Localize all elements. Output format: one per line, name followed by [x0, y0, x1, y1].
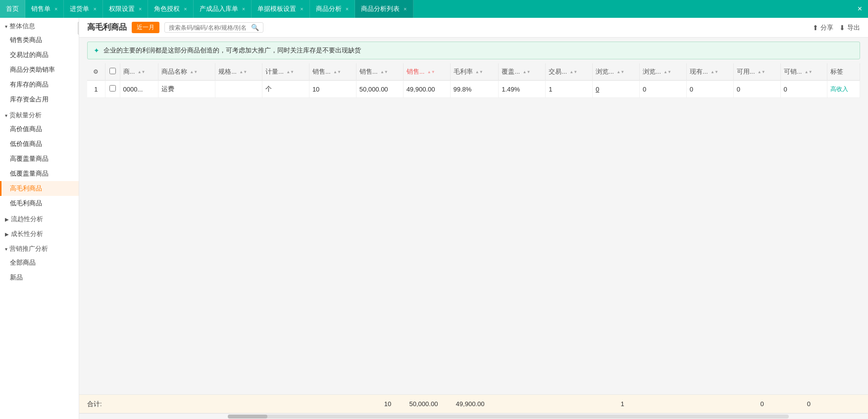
time-filter-button[interactable]: 近一月	[132, 22, 159, 33]
tab-permissions[interactable]: 权限设置 ×	[103, 0, 148, 18]
chevron-down-icon-3: ▾	[5, 246, 7, 252]
sort-sales-qty[interactable]: ▲▼	[333, 70, 341, 74]
col-spec: 规格... ▲▼	[215, 63, 262, 81]
export-icon: ⬇	[839, 24, 845, 32]
col-name: 商品名称 ▲▼	[158, 63, 215, 81]
row-unit: 个	[262, 81, 309, 98]
sidebar-collapse-button[interactable]: «	[78, 22, 79, 35]
tab-product-inbound[interactable]: 产成品入库单 ×	[194, 0, 252, 18]
sort-gross-margin[interactable]: ▲▼	[475, 70, 483, 74]
row-browse1[interactable]: 0	[593, 81, 640, 98]
sidebar-item-in-stock[interactable]: 有库存的商品	[0, 77, 79, 92]
scrollbar-thumb[interactable]	[228, 415, 267, 419]
sort-transaction[interactable]: ▲▼	[569, 70, 577, 74]
sidebar-group-overall-label: 整体信息	[9, 22, 35, 31]
sidebar-item-high-coverage[interactable]: 高覆盖量商品	[0, 151, 79, 166]
footer-transaction: 1	[581, 400, 627, 408]
sidebar-item-low-value[interactable]: 低价值商品	[0, 137, 79, 151]
sort-sales-profit[interactable]: ▲▼	[427, 70, 435, 74]
sidebar-item-sales-goods[interactable]: 销售类商品	[0, 33, 79, 47]
tab-permissions-label: 权限设置	[109, 4, 135, 13]
row-sales-amount: 50,000.00	[356, 81, 403, 98]
tab-product-analysis-label: 商品分析	[316, 4, 342, 13]
sort-browse1[interactable]: ▲▼	[616, 70, 624, 74]
tab-home[interactable]: 首页	[0, 0, 25, 18]
sort-available-stock[interactable]: ▲▼	[758, 70, 766, 74]
scrollbar-track	[228, 415, 789, 419]
tab-purchase[interactable]: 进货单 ×	[64, 0, 102, 18]
row-available-stock: 0	[733, 81, 780, 98]
info-banner-text: 企业的主要的利润都是这部分商品创造的，可考虑加大推广，同时关注库存是不要出现缺货	[103, 46, 361, 55]
sidebar-item-category-assist[interactable]: 商品分类助销率	[0, 62, 79, 77]
col-gross-margin: 毛利率 ▲▼	[450, 63, 499, 81]
sidebar-item-high-value[interactable]: 高价值商品	[0, 122, 79, 137]
tab-sales[interactable]: 销售单 ×	[25, 0, 64, 18]
search-input[interactable]	[169, 24, 248, 31]
sort-unit[interactable]: ▲▼	[286, 70, 294, 74]
select-all-checkbox[interactable]	[109, 68, 116, 74]
sidebar-group-contribution[interactable]: ▾ 贡献量分析	[0, 107, 79, 122]
sort-sales-amount[interactable]: ▲▼	[380, 70, 388, 74]
col-checkbox[interactable]	[105, 63, 120, 81]
col-coverage: 覆盖... ▲▼	[499, 63, 546, 81]
sidebar-group-trend[interactable]: ▶ 流趋性分析	[0, 211, 79, 226]
sort-coverage[interactable]: ▲▼	[522, 70, 530, 74]
sidebar-group-marketing-label: 营销推广分析	[9, 244, 48, 253]
main-table: ⚙ 商... ▲▼ 商品名称 ▲▼ 规格... ▲▼	[87, 63, 860, 98]
sort-name[interactable]: ▲▼	[190, 70, 198, 74]
info-banner: ✦ 企业的主要的利润都是这部分商品创造的，可考虑加大推广，同时关注库存是不要出现…	[87, 42, 860, 59]
footer-summary: 合计: 10 50,000.00 49,900.00 1 0 0	[79, 394, 868, 413]
col-sales-qty: 销售... ▲▼	[309, 63, 356, 81]
close-product-inbound-tab[interactable]: ×	[242, 6, 245, 12]
chevron-right-icon: ▶	[5, 217, 9, 222]
sort-spec[interactable]: ▲▼	[239, 70, 247, 74]
col-sellable: 可销... ▲▼	[780, 63, 827, 81]
row-checkbox[interactable]	[105, 81, 120, 98]
search-icon[interactable]: 🔍	[251, 24, 259, 31]
sidebar-item-high-margin[interactable]: 高毛利商品	[0, 181, 79, 196]
main-container: « ▾ 整体信息 销售类商品 交易过的商品 商品分类助销率 有库存的商品 库存资…	[0, 18, 868, 419]
sidebar-item-stock-capital[interactable]: 库存资金占用	[0, 92, 79, 107]
close-template-tab[interactable]: ×	[300, 6, 303, 12]
tab-template-label: 单据模板设置	[257, 4, 296, 13]
sidebar-item-traded-goods[interactable]: 交易过的商品	[0, 47, 79, 62]
sort-sellable[interactable]: ▲▼	[805, 70, 813, 74]
tab-template[interactable]: 单据模板设置 ×	[252, 0, 309, 18]
close-purchase-tab[interactable]: ×	[93, 6, 96, 12]
footer-sales-qty: 10	[348, 400, 394, 408]
sidebar-item-low-margin[interactable]: 低毛利商品	[0, 196, 79, 211]
row-transaction: 1	[546, 81, 593, 98]
close-roles-tab[interactable]: ×	[184, 6, 187, 12]
sidebar-group-growth-label: 成长性分析	[11, 230, 43, 238]
col-settings[interactable]: ⚙	[87, 63, 105, 81]
sidebar-item-all-goods[interactable]: 全部商品	[0, 255, 79, 270]
tab-product-analysis-list[interactable]: 商品分析列表 ×	[355, 0, 413, 18]
row-select-checkbox[interactable]	[109, 85, 116, 92]
page-title: 高毛利商品	[87, 22, 127, 33]
close-permissions-tab[interactable]: ×	[139, 6, 142, 12]
col-available-stock: 可用... ▲▼	[733, 63, 780, 81]
sort-browse2[interactable]: ▲▼	[664, 70, 671, 74]
col-sales-amount: 销售... ▲▼	[356, 63, 403, 81]
sidebar-item-low-coverage[interactable]: 低覆盖量商品	[0, 166, 79, 181]
sidebar-group-overall[interactable]: ▾ 整体信息	[0, 18, 79, 33]
sidebar-item-new-goods[interactable]: 新品	[0, 270, 79, 285]
tab-roles[interactable]: 角色授权 ×	[148, 0, 193, 18]
share-button[interactable]: ⬆ 分享	[813, 23, 833, 32]
sort-current-stock[interactable]: ▲▼	[711, 70, 718, 74]
close-product-analysis-tab[interactable]: ×	[346, 6, 349, 12]
sidebar-group-marketing[interactable]: ▾ 营销推广分析	[0, 240, 79, 255]
close-product-analysis-list-tab[interactable]: ×	[404, 6, 407, 12]
content-area: 高毛利商品 近一月 🔍 ⬆ 分享 ⬇ 导出 ✦ 企业的主要的利润都是这部分商品创…	[79, 18, 868, 419]
sidebar-group-growth[interactable]: ▶ 成长性分析	[0, 226, 79, 240]
export-button[interactable]: ⬇ 导出	[839, 23, 860, 32]
close-all-tabs[interactable]: ×	[852, 4, 868, 13]
sort-code[interactable]: ▲▼	[138, 70, 146, 74]
col-current-stock: 现有... ▲▼	[686, 63, 733, 81]
close-sales-tab[interactable]: ×	[54, 6, 57, 12]
sidebar-group-trend-label: 流趋性分析	[11, 215, 43, 224]
sidebar-group-contribution-label: 贡献量分析	[9, 111, 42, 120]
tab-product-analysis[interactable]: 商品分析 ×	[310, 0, 355, 18]
row-sales-qty: 10	[309, 81, 356, 98]
horizontal-scrollbar[interactable]	[79, 413, 868, 419]
